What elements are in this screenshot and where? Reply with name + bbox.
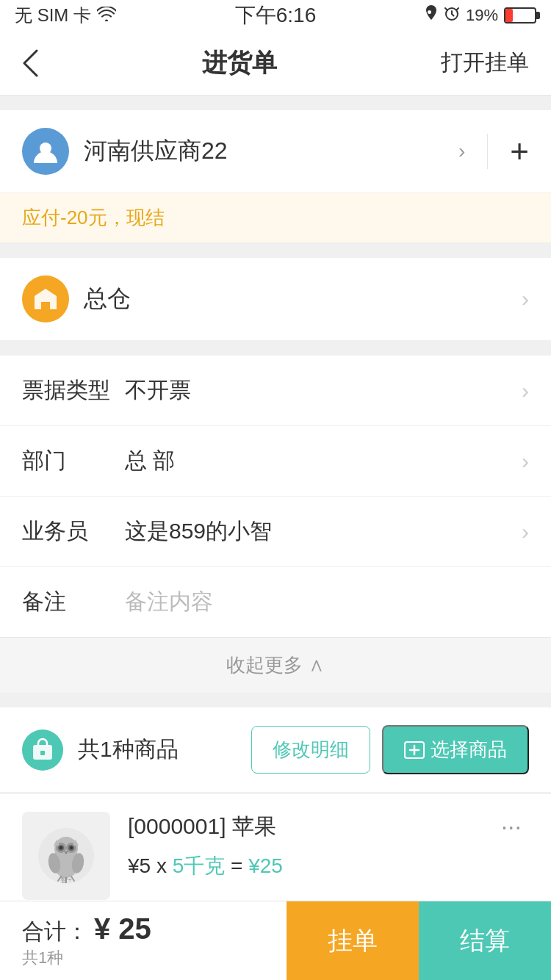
invoice-label: 票据类型 bbox=[22, 375, 110, 406]
svg-rect-2 bbox=[41, 302, 50, 309]
remark-placeholder: 备注内容 bbox=[110, 587, 529, 617]
collapse-button[interactable]: 收起更多 ∧ bbox=[0, 637, 551, 693]
bottom-bar: 合计： ¥ 25 共1种 挂单 结算 bbox=[0, 901, 551, 980]
price-separator: x bbox=[156, 854, 173, 877]
remark-label: 备注 bbox=[22, 587, 110, 617]
product-info: [0000001] 苹果 ¥5 x 5千克 = ¥25 bbox=[128, 812, 494, 880]
product-title: 苹果 bbox=[232, 814, 276, 838]
product-header: 共1种商品 修改明细 选择商品 bbox=[0, 707, 551, 792]
quantity: 5千克 bbox=[173, 854, 226, 877]
location-icon bbox=[425, 5, 438, 26]
invoice-value: 不开票 bbox=[110, 375, 522, 406]
equals-sign: = bbox=[231, 854, 248, 877]
total-main: 合计： ¥ 25 bbox=[22, 912, 264, 947]
product-more-button[interactable]: ··· bbox=[494, 812, 529, 840]
svg-point-14 bbox=[70, 846, 73, 849]
alarm-icon bbox=[444, 5, 460, 26]
notice-banner: 应付-20元，现结 bbox=[0, 193, 551, 243]
section-gap-2 bbox=[0, 243, 551, 258]
checkout-button[interactable]: 结算 bbox=[419, 901, 551, 980]
battery-icon bbox=[504, 7, 536, 24]
warehouse-chevron-icon: › bbox=[522, 287, 529, 311]
status-left: 无 SIM 卡 bbox=[15, 4, 116, 27]
form-section: 票据类型 不开票 › 部门 总 部 › 业务员 这是859的小智 › 备注 备注… bbox=[0, 355, 551, 693]
back-button[interactable] bbox=[22, 49, 38, 77]
warehouse-row[interactable]: 总仓 › bbox=[0, 258, 551, 340]
add-supplier-button[interactable]: + bbox=[510, 135, 529, 167]
total-price: ¥25 bbox=[248, 854, 283, 877]
supplier-chevron-icon: › bbox=[458, 140, 465, 163]
total-label: 合计： bbox=[22, 917, 88, 947]
select-product-label: 选择商品 bbox=[431, 737, 507, 763]
svg-rect-4 bbox=[40, 751, 45, 755]
supplier-avatar bbox=[22, 128, 69, 175]
salesperson-value: 这是859的小智 bbox=[110, 516, 522, 547]
product-code: [0000001] bbox=[128, 814, 226, 838]
collapse-label: 收起更多 ∧ bbox=[226, 652, 324, 678]
product-item: 智+ [0000001] 苹果 ¥5 x 5千克 = ¥25 ··· bbox=[0, 793, 551, 918]
total-sub: 共1种 bbox=[22, 947, 264, 969]
warehouse-name: 总仓 bbox=[84, 283, 522, 315]
section-gap-3 bbox=[0, 340, 551, 355]
battery-percent: 19% bbox=[466, 6, 498, 25]
department-row[interactable]: 部门 总 部 › bbox=[0, 425, 551, 496]
section-gap-1 bbox=[0, 96, 551, 110]
invoice-row[interactable]: 票据类型 不开票 › bbox=[0, 355, 551, 425]
page-title: 进货单 bbox=[202, 46, 277, 80]
modify-detail-button[interactable]: 修改明细 bbox=[251, 726, 370, 774]
status-time: 下午6:16 bbox=[235, 1, 317, 29]
invoice-chevron-icon: › bbox=[522, 378, 529, 403]
department-value: 总 部 bbox=[110, 446, 522, 476]
product-price: ¥5 x 5千克 = ¥25 bbox=[128, 852, 494, 880]
department-chevron-icon: › bbox=[522, 449, 529, 474]
supplier-name: 河南供应商22 bbox=[84, 135, 458, 167]
status-right: 19% bbox=[425, 5, 536, 26]
supplier-section: 河南供应商22 › + 应付-20元，现结 bbox=[0, 110, 551, 243]
unit-price: ¥5 bbox=[128, 854, 151, 877]
supplier-row[interactable]: 河南供应商22 › + bbox=[0, 110, 551, 193]
product-icon bbox=[22, 729, 63, 771]
remark-row[interactable]: 备注 备注内容 bbox=[0, 566, 551, 637]
wifi-icon bbox=[97, 5, 116, 26]
total-section: 合计： ¥ 25 共1种 bbox=[0, 901, 287, 980]
nav-bar: 进货单 打开挂单 bbox=[0, 31, 551, 96]
product-name: [0000001] 苹果 bbox=[128, 812, 494, 842]
product-count: 共1种商品 bbox=[78, 735, 251, 765]
select-product-button[interactable]: 选择商品 bbox=[382, 725, 529, 774]
carrier-text: 无 SIM 卡 bbox=[15, 4, 91, 27]
svg-point-13 bbox=[60, 846, 62, 849]
vertical-divider bbox=[487, 134, 488, 169]
salesperson-label: 业务员 bbox=[22, 516, 110, 547]
product-thumbnail: 智+ bbox=[22, 812, 110, 900]
salesperson-row[interactable]: 业务员 这是859的小智 › bbox=[0, 496, 551, 566]
open-hang-button[interactable]: 打开挂单 bbox=[441, 48, 529, 78]
hang-button[interactable]: 挂单 bbox=[287, 901, 419, 980]
total-amount: ¥ 25 bbox=[94, 912, 151, 945]
salesperson-chevron-icon: › bbox=[522, 519, 529, 544]
svg-text:智+: 智+ bbox=[60, 876, 72, 884]
department-label: 部门 bbox=[22, 446, 110, 476]
warehouse-icon bbox=[22, 275, 69, 323]
status-bar: 无 SIM 卡 下午6:16 19% bbox=[0, 0, 551, 31]
